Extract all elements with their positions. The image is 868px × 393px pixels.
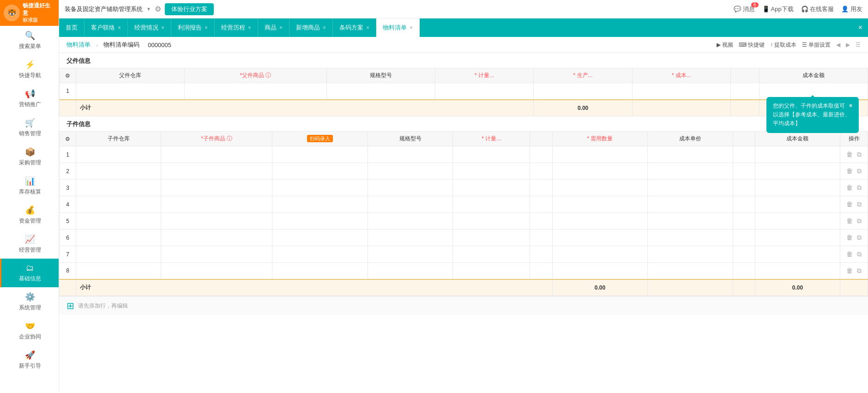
parent-col-production: * 生产...: [534, 68, 632, 83]
add-row-button[interactable]: ⊞: [66, 300, 74, 311]
online-service-link[interactable]: 🎧 在线客服: [801, 5, 834, 13]
delete-row-5-button[interactable]: 🗑: [846, 217, 853, 224]
sidebar-item-nav[interactable]: ⚡ 快捷导航: [0, 55, 59, 84]
gear-icon: ⚙️: [25, 292, 35, 302]
tab-bom[interactable]: 物料清单 ×: [376, 18, 420, 37]
parent-row-1-warehouse[interactable]: [76, 83, 185, 100]
dropdown-arrow-icon[interactable]: ▼: [146, 6, 151, 12]
parent-row-1-unit[interactable]: [435, 83, 533, 100]
box-icon: 📦: [25, 147, 35, 157]
breadcrumb-code: 0000005: [148, 42, 171, 48]
child-row-7: 7 🗑 ⧉: [60, 246, 868, 263]
sidebar-item-system[interactable]: ⚙️ 系统管理: [0, 287, 59, 316]
shortcut-button[interactable]: ⌨ 快捷键: [739, 41, 765, 49]
copy-row-8-button[interactable]: ⧉: [857, 267, 862, 274]
copy-row-2-button[interactable]: ⧉: [857, 167, 862, 175]
tab-barcode-close[interactable]: ×: [366, 24, 369, 31]
tab-history[interactable]: 经营历程 ×: [215, 18, 258, 37]
extract-cost-button[interactable]: ↑ 提取成本: [770, 41, 796, 49]
child-col-unit-cost: 成本单价: [648, 132, 733, 146]
sidebar-item-marketing[interactable]: 📢 营销推广: [0, 84, 59, 113]
copy-row-5-button[interactable]: ⧉: [857, 217, 862, 224]
settings2-icon: ☰: [802, 42, 807, 48]
delete-row-1-button[interactable]: 🗑: [846, 151, 853, 158]
child-row-1-scan[interactable]: [272, 146, 368, 163]
child-col-empty: [530, 132, 552, 146]
tab-new-product[interactable]: 新增商品 ×: [289, 18, 333, 37]
tab-home[interactable]: 首页: [59, 18, 84, 37]
parent-row-1-spec[interactable]: [326, 83, 435, 100]
child-col-empty2: [733, 132, 755, 146]
child-row-1-unit-cost[interactable]: [648, 146, 733, 163]
sidebar-item-operations[interactable]: 📈 经营管理: [0, 230, 59, 259]
delete-row-6-button[interactable]: 🗑: [846, 234, 853, 241]
copy-row-4-button[interactable]: ⧉: [857, 200, 862, 208]
sidebar-item-inventory[interactable]: 📊 库存核算: [0, 171, 59, 200]
tab-product-close[interactable]: ×: [279, 24, 283, 31]
nav-prev-button[interactable]: ◀: [836, 42, 840, 48]
tab-operations[interactable]: 经营情况 ×: [128, 18, 171, 37]
tab-bom-close[interactable]: ×: [410, 24, 413, 31]
rocket-icon: 🚀: [25, 350, 35, 360]
delete-row-8-button[interactable]: 🗑: [846, 267, 853, 274]
breadcrumb-parent[interactable]: 物料清单: [66, 41, 90, 49]
delete-row-3-button[interactable]: 🗑: [846, 184, 853, 191]
parent-col-settings[interactable]: ⚙: [60, 68, 76, 83]
delete-row-7-button[interactable]: 🗑: [846, 250, 853, 258]
child-col-product: *子件商品 ⓘ: [161, 132, 272, 146]
copy-row-3-button[interactable]: ⧉: [857, 184, 862, 191]
tab-product[interactable]: 商品 ×: [258, 18, 289, 37]
sidebar-item-basic-info[interactable]: 🗂 基础信息: [0, 259, 59, 287]
delete-row-4-button[interactable]: 🗑: [846, 200, 853, 208]
parent-row-1-cost[interactable]: [632, 83, 730, 100]
tab-history-close[interactable]: ×: [248, 24, 251, 31]
copy-row-1-button[interactable]: ⧉: [857, 151, 862, 158]
user-menu[interactable]: 👤 用友: [841, 5, 862, 13]
parent-row-1-production[interactable]: [534, 83, 632, 100]
parent-row-1-product[interactable]: [185, 83, 327, 100]
parent-col-spec: 规格型号: [326, 68, 435, 83]
child-row-1-warehouse[interactable]: [76, 146, 161, 163]
tab-operations-close[interactable]: ×: [161, 24, 164, 31]
message-badge[interactable]: 💬 消息 6: [734, 5, 755, 13]
child-row-1-qty[interactable]: [552, 146, 648, 163]
sidebar-item-purchase[interactable]: 📦 采购管理: [0, 142, 59, 171]
app-download-link[interactable]: 📱 App下载: [762, 5, 794, 13]
single-settings-button[interactable]: ☰ 单据设置: [802, 41, 831, 49]
tab-new-product-close[interactable]: ×: [323, 24, 326, 31]
tab-barcode[interactable]: 条码方案 ×: [333, 18, 376, 37]
child-section-title: 子件信息: [59, 116, 868, 131]
sidebar-item-tutorial[interactable]: 🚀 新手引导: [0, 345, 59, 375]
copy-row-6-button[interactable]: ⧉: [857, 234, 862, 241]
child-row-1-unit[interactable]: [453, 146, 530, 163]
nav-next-button[interactable]: ▶: [846, 42, 850, 48]
child-col-settings[interactable]: ⚙: [60, 132, 76, 146]
trial-button[interactable]: 体验行业方案: [165, 3, 214, 15]
parent-col-cost: * 成本...: [632, 68, 730, 83]
sidebar-item-sales[interactable]: 🛒 销售管理: [0, 113, 59, 142]
global-close-button[interactable]: ×: [853, 24, 868, 32]
child-row-1-product[interactable]: [161, 146, 272, 163]
tab-customer[interactable]: 客户联络 ×: [84, 18, 128, 37]
tab-customer-close[interactable]: ×: [118, 24, 121, 31]
phone-icon: 📱: [762, 6, 770, 12]
child-row-4-actions: 🗑 ⧉: [840, 196, 868, 213]
sidebar-item-search[interactable]: 🔍 搜索菜单: [0, 26, 59, 55]
grid-view-button[interactable]: ☰: [856, 42, 861, 48]
view-button[interactable]: ▶ 视频: [717, 41, 733, 49]
sidebar: 🐯 畅捷通好生意 标准版 🔍 搜索菜单 ⚡ 快捷导航 📢 营销推广 🛒 销售管理…: [0, 0, 59, 393]
child-col-action: 操作: [840, 132, 868, 146]
sidebar-item-collaboration[interactable]: 🤝 企业协同: [0, 316, 59, 345]
child-subtotal-amount: 0.00: [755, 279, 840, 296]
money-icon: 💰: [25, 205, 35, 215]
child-col-scan[interactable]: 扫码录入: [272, 132, 368, 146]
parent-subtotal-label: [60, 100, 76, 116]
tab-profit[interactable]: 利润报告 ×: [171, 18, 215, 37]
sidebar-item-finance[interactable]: 💰 资金管理: [0, 200, 59, 230]
tab-profit-close[interactable]: ×: [205, 24, 208, 31]
tooltip-close-button[interactable]: ×: [849, 102, 852, 110]
delete-row-2-button[interactable]: 🗑: [846, 167, 853, 175]
child-row-1-spec[interactable]: [368, 146, 452, 163]
copy-row-7-button[interactable]: ⧉: [857, 250, 862, 258]
settings-icon[interactable]: ⚙: [155, 5, 161, 13]
